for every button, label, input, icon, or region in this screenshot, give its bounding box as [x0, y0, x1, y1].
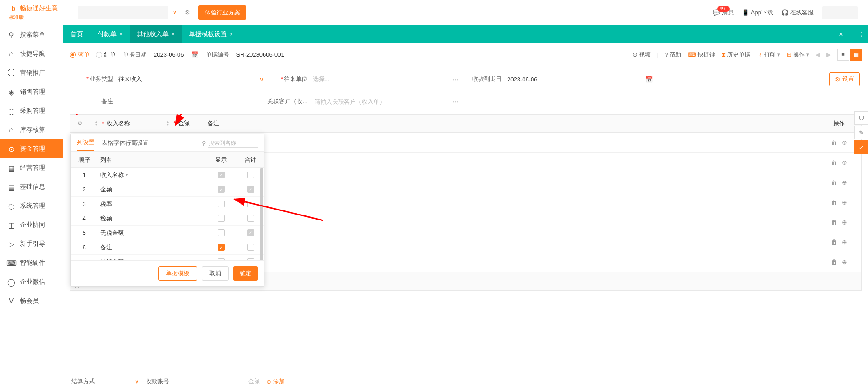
delete-icon[interactable]: 🗑 [831, 258, 837, 266]
sort-icon[interactable]: ▲▼ [166, 121, 170, 126]
sidebar-item-marketing[interactable]: ⛶营销推广 [0, 63, 63, 82]
print-link[interactable]: 🖨打印▾ [757, 51, 780, 59]
vip-icon: V [7, 297, 15, 305]
next-icon[interactable]: ▶ [826, 51, 831, 58]
add-settlement-button[interactable]: ⊕添加 [266, 378, 285, 386]
sidebar-item-nav[interactable]: ⌂快捷导航 [0, 44, 63, 63]
sidebar-item-search[interactable]: ⚲搜索菜单 [0, 25, 63, 44]
user-avatar[interactable] [822, 6, 858, 19]
sidebar-item-member[interactable]: V畅会员 [0, 292, 63, 311]
remark-input[interactable] [117, 95, 266, 108]
chevron-down-icon[interactable]: ∨ [173, 10, 177, 16]
copy-icon[interactable]: ⊕ [842, 179, 847, 186]
view-list-button[interactable]: ≡ [837, 49, 849, 61]
template-button[interactable]: 单据模板 [158, 266, 197, 281]
checkbox-sum[interactable] [247, 258, 254, 260]
customer-select[interactable]: ⋯ [311, 95, 460, 108]
more-icon[interactable]: ⋯ [209, 378, 215, 385]
checkbox-show[interactable] [218, 215, 225, 222]
app-download-link[interactable]: 📱 App下载 [742, 9, 773, 17]
sidebar-item-ops[interactable]: ▦经营管理 [0, 158, 63, 177]
shortcut-link[interactable]: ⌨快捷键 [688, 51, 715, 59]
tab-other-income[interactable]: 其他收入单× [130, 25, 182, 43]
sidebar-item-guide[interactable]: ▷新手引导 [0, 234, 63, 253]
float-btn-1[interactable]: 🗨 [854, 111, 868, 125]
video-link[interactable]: ⊙视频 [632, 51, 651, 59]
tab-home[interactable]: 首页 [63, 25, 90, 43]
column-settings-button[interactable]: ⚙ [70, 115, 90, 132]
sidebar-item-funds[interactable]: ⊙资金管理 [0, 139, 63, 158]
delete-icon[interactable]: 🗑 [831, 219, 837, 226]
checkbox-sum[interactable] [247, 201, 254, 207]
search-input[interactable] [78, 6, 168, 19]
help-link[interactable]: ?帮助 [665, 51, 681, 59]
customer-input[interactable] [313, 95, 453, 108]
checkbox-show[interactable] [218, 201, 225, 207]
delete-icon[interactable]: 🗑 [831, 199, 837, 206]
checkbox-sum[interactable] [247, 172, 254, 178]
radio-red[interactable]: 红单 [96, 51, 116, 59]
checkbox-sum[interactable]: ✓ [247, 186, 254, 193]
delete-icon[interactable]: 🗑 [831, 139, 837, 146]
messages-link[interactable]: 💬 消息 99+ [713, 9, 734, 17]
copy-icon[interactable]: ⊕ [842, 258, 847, 266]
chevron-down-icon[interactable]: ∨ [135, 378, 139, 385]
sidebar-item-hardware[interactable]: ⌨智能硬件 [0, 253, 63, 272]
chevron-down-icon[interactable]: ▾ [126, 172, 128, 177]
float-btn-2[interactable]: ✎ [854, 126, 868, 139]
copy-icon[interactable]: ⊕ [842, 219, 847, 226]
tab-template[interactable]: 单据模板设置× [182, 25, 240, 43]
sidebar-item-system[interactable]: ◌系统管理 [0, 196, 63, 215]
try-button[interactable]: 体验行业方案 [198, 5, 246, 20]
settings-button[interactable]: ⚙设置 [829, 72, 860, 86]
close-all-icon[interactable]: × [832, 25, 850, 43]
delete-icon[interactable]: 🗑 [831, 239, 837, 246]
biz-type-select[interactable]: 往来收入 ∨ [117, 73, 266, 86]
checkbox-sum[interactable] [247, 215, 254, 222]
delete-icon[interactable]: 🗑 [831, 159, 837, 166]
pop-tab-columns[interactable]: 列设置 [77, 139, 94, 151]
service-link[interactable]: 🎧 在线客服 [781, 9, 814, 17]
checkbox-show[interactable]: ✓ [218, 244, 225, 251]
logo-icon: b [9, 4, 18, 13]
sidebar-item-purchase[interactable]: ⬚采购管理 [0, 101, 63, 120]
checkbox-show[interactable]: ✓ [218, 186, 225, 193]
sidebar-item-stock[interactable]: ⌂库存核算 [0, 120, 63, 139]
confirm-button[interactable]: 确定 [233, 266, 258, 281]
copy-icon[interactable]: ⊕ [842, 239, 847, 246]
sidebar-item-sales[interactable]: ◈销售管理 [0, 82, 63, 101]
copy-icon[interactable]: ⊕ [842, 199, 847, 206]
pop-search-input[interactable] [208, 139, 258, 148]
cancel-button[interactable]: 取消 [202, 266, 229, 281]
gear-icon[interactable]: ⚙ [181, 6, 194, 19]
checkbox-show[interactable] [218, 258, 225, 260]
prev-icon[interactable]: ◀ [816, 51, 820, 58]
sort-icon[interactable]: ▲▼ [94, 121, 98, 126]
expand-icon[interactable]: ⛶ [850, 25, 868, 43]
checkbox-show[interactable]: ✓ [218, 172, 225, 178]
checkbox-show[interactable] [218, 229, 225, 236]
close-icon[interactable]: × [230, 31, 233, 38]
close-icon[interactable]: × [119, 31, 123, 38]
sidebar-item-collab[interactable]: ◫企业协同 [0, 215, 63, 234]
scrollbar[interactable] [260, 168, 263, 260]
delete-icon[interactable]: 🗑 [831, 179, 837, 186]
calendar-icon[interactable]: 📅 [191, 51, 198, 58]
checkbox-sum[interactable] [247, 244, 254, 251]
sidebar-item-wechat[interactable]: ◯企业微信 [0, 272, 63, 292]
copy-icon[interactable]: ⊕ [842, 139, 847, 146]
unit-select[interactable]: 选择... ⋯ [311, 73, 460, 86]
date-value[interactable]: 2023-06-06 [154, 51, 184, 58]
float-btn-3[interactable]: ⤢ [854, 140, 868, 154]
history-link[interactable]: ⧗历史单据 [722, 51, 750, 59]
pop-tab-font[interactable]: 表格字体行高设置 [102, 139, 149, 151]
checkbox-sum[interactable]: ✓ [247, 229, 254, 236]
sidebar-item-base[interactable]: ▤基础信息 [0, 177, 63, 196]
view-grid-button[interactable]: ▦ [850, 49, 862, 61]
due-date-input[interactable]: 2023-06-06 📅 [505, 73, 655, 86]
radio-blue[interactable]: 蓝单 [70, 51, 90, 59]
tab-payment[interactable]: 付款单× [90, 25, 130, 43]
close-icon[interactable]: × [171, 31, 175, 38]
operate-link[interactable]: ⊞操作▾ [787, 51, 809, 59]
copy-icon[interactable]: ⊕ [842, 159, 847, 166]
